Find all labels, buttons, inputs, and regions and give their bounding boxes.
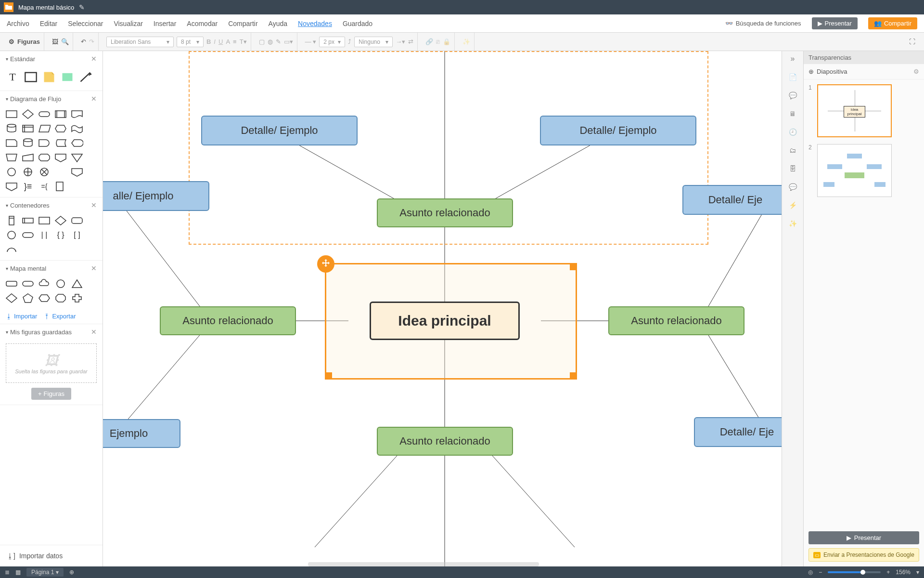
image-insert-icon[interactable]: 🖼 [52, 38, 58, 45]
flowchart-stored[interactable] [54, 137, 67, 149]
flowchart-terminator[interactable] [38, 108, 51, 120]
lock-position-icon[interactable]: ⎚ [436, 38, 440, 45]
related-node-left[interactable]: Asunto relacionado [160, 306, 296, 335]
menu-insertar[interactable]: Insertar [154, 20, 176, 27]
section-contenedores-header[interactable]: ▾ Contenedores ✕ [0, 197, 103, 213]
swap-arrows-icon[interactable]: ⇄ [408, 38, 413, 45]
note-shape[interactable] [42, 70, 56, 84]
detail-node-top-left[interactable]: Detalle/ Ejemplo [201, 116, 358, 145]
resize-handle-ne[interactable] [570, 263, 577, 270]
actions-icon[interactable]: ⚡ [788, 200, 797, 210]
bold-icon[interactable]: B [206, 38, 211, 45]
fill-bucket-icon[interactable]: ◍ [268, 38, 273, 45]
container-rounded[interactable] [70, 215, 84, 226]
line-style-icon[interactable]: — ▾ [305, 38, 317, 45]
flowchart-manual[interactable] [5, 152, 18, 163]
link-icon[interactable]: 🔗 [425, 38, 433, 45]
search-icon[interactable]: 🔍 [61, 38, 69, 45]
flowchart-blank[interactable] [54, 166, 67, 178]
slides-presentar-button[interactable]: ▶ Presentar [808, 531, 919, 544]
container-braces[interactable]: { } [54, 229, 67, 241]
move-handle[interactable] [317, 255, 334, 273]
flowchart-connector[interactable] [5, 166, 18, 178]
text-options-icon[interactable]: T▾ [240, 38, 247, 45]
mindmap-octagon[interactable] [54, 292, 67, 304]
flowchart-brace2[interactable]: ={ [38, 181, 51, 192]
mindmap-triangle[interactable] [70, 278, 84, 289]
menu-visualizar[interactable]: Visualizar [114, 20, 142, 27]
zoom-out-icon[interactable]: − [819, 569, 822, 576]
flowchart-predefined[interactable] [54, 108, 67, 120]
font-size-select[interactable]: 8 pt ▾ [177, 37, 204, 47]
rect-shape[interactable] [24, 70, 38, 84]
container-brackets2[interactable]: [ ] [70, 229, 84, 241]
close-section-icon[interactable]: ✕ [91, 201, 97, 209]
slide-item[interactable]: 1 Idea principal [808, 84, 919, 137]
horizontal-scrollbar[interactable] [308, 562, 539, 566]
text-color-icon[interactable]: A [226, 38, 230, 45]
flowchart-rect[interactable] [5, 108, 18, 120]
flowchart-document[interactable] [70, 108, 84, 120]
menu-seleccionar[interactable]: Seleccionar [68, 20, 103, 27]
mindmap-rounded[interactable] [5, 278, 18, 289]
slide-thumbnail[interactable] [817, 144, 892, 197]
flowchart-database[interactable] [5, 123, 18, 134]
detail-node-right[interactable]: Detalle/ Eje [682, 185, 782, 215]
mindmap-circle[interactable] [54, 278, 67, 289]
add-figuras-button[interactable]: + Figuras [31, 388, 71, 400]
text-shape[interactable]: T [6, 70, 19, 84]
detail-node-bl[interactable]: Ejemplo [103, 419, 180, 448]
container-brackets[interactable]: | | [38, 229, 51, 241]
close-section-icon[interactable]: ✕ [91, 95, 97, 103]
mindmap-diamond[interactable] [5, 292, 18, 304]
flowchart-delay[interactable] [38, 137, 51, 149]
arrow-style-select[interactable]: Ninguno ▾ [354, 37, 393, 47]
lock-icon[interactable]: 🔒 [443, 38, 450, 45]
menu-ayuda[interactable]: Ayuda [269, 20, 287, 27]
folder-icon[interactable] [4, 2, 13, 12]
zoom-value[interactable]: 156% [896, 569, 911, 576]
flowchart-note[interactable] [54, 181, 67, 192]
section-guardadas-header[interactable]: ▾ Mis figuras guardadas ✕ [0, 324, 103, 340]
border-color-icon[interactable]: ✎ [276, 38, 281, 45]
close-section-icon[interactable]: ✕ [91, 328, 97, 336]
presentar-button[interactable]: ▶ Presentar [812, 17, 858, 29]
slide-item[interactable]: 2 [808, 144, 919, 197]
flowchart-loop[interactable] [38, 152, 51, 163]
detail-node-br[interactable]: Detalle/ Eje [694, 417, 782, 447]
context-icon[interactable]: 💬 [788, 91, 797, 100]
mindmap-hexagon[interactable] [38, 292, 51, 304]
flowchart-merge[interactable] [70, 152, 84, 163]
underline-icon[interactable]: U [218, 38, 223, 45]
figuras-toggle[interactable]: ⚙ Figuras [9, 38, 40, 45]
container-arc[interactable] [5, 244, 18, 255]
flowchart-display[interactable] [70, 137, 84, 149]
line-curve-icon[interactable]: ⤴ [348, 38, 351, 45]
redo-icon[interactable]: ↷ [89, 38, 94, 45]
menu-compartir[interactable]: Compartir [228, 20, 257, 27]
mindmap-pentagon[interactable] [21, 292, 35, 304]
importar-link[interactable]: ⭳ Importar [6, 313, 37, 320]
mindmap-cloud[interactable] [38, 278, 51, 289]
history-icon[interactable]: 🕘 [788, 127, 797, 137]
flowchart-card[interactable] [5, 137, 18, 149]
container-diamond[interactable] [54, 215, 67, 226]
importar-datos-button[interactable]: ⭳] Importar datos [0, 545, 103, 566]
close-section-icon[interactable]: ✕ [91, 264, 97, 272]
related-node-top[interactable]: Asunto relacionado [377, 198, 513, 227]
flowchart-tape[interactable] [70, 123, 84, 134]
flowchart-brace[interactable]: }≡ [21, 181, 35, 192]
resize-handle-se[interactable] [570, 372, 577, 379]
mindmap-pill[interactable] [21, 278, 35, 289]
arrow-shape[interactable] [79, 70, 92, 84]
add-slide-button[interactable]: ⊕ Diapositiva ⚙ [804, 64, 924, 79]
detail-node-top-right[interactable]: Detalle/ Ejemplo [540, 116, 696, 145]
page-icon[interactable]: 📄 [788, 72, 797, 82]
container-horizontal[interactable] [21, 215, 35, 226]
menu-archivo[interactable]: Archivo [7, 20, 29, 27]
add-page-icon[interactable]: ⊕ [69, 569, 74, 576]
magic-icon[interactable]: ✨ [788, 219, 797, 228]
flowchart-or[interactable] [38, 166, 51, 178]
gear-icon[interactable]: ⚙ [913, 68, 919, 75]
align-icon[interactable]: ≡ [233, 38, 237, 45]
